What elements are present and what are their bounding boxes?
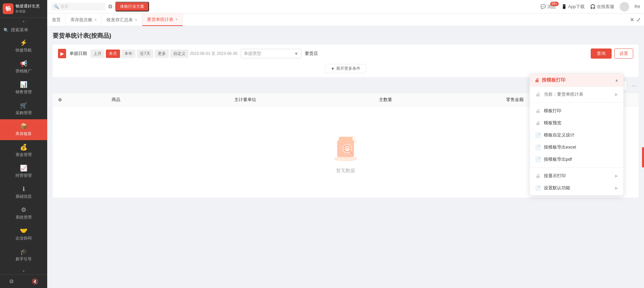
- tab-close-receivables[interactable]: ×: [135, 18, 137, 22]
- sidebar-item-marketing[interactable]: 📢 营销推广: [0, 57, 47, 77]
- empty-text: 暂无数据: [336, 168, 355, 174]
- tab-order-stats[interactable]: 要货单统计表 ×: [142, 13, 183, 26]
- main-content: 🔍 搜索 ⚙ 体验行业方案 💬 消息 99+ 📱 App下载 🎧 在线客服 Ri…: [47, 0, 644, 288]
- sidebar-item-system[interactable]: ⚙ 系统管理: [0, 203, 47, 224]
- system-icon: ⚙: [21, 206, 26, 214]
- template-print-label: 模板打印: [544, 108, 561, 114]
- dropdown-item-template-preview[interactable]: 🖨 模板预览: [530, 117, 623, 129]
- sidebar-item-basic-info[interactable]: ℹ 基础信息: [0, 182, 47, 203]
- settings-btn[interactable]: 设置: [614, 49, 633, 59]
- settings-icon[interactable]: ⚙: [9, 278, 14, 285]
- basic-info-icon: ℹ: [23, 185, 25, 193]
- sidebar-item-inventory[interactable]: 📦 库存核算: [0, 119, 47, 140]
- quick-nav-icon: ⚡: [20, 39, 27, 46]
- scroll-indicator: [642, 147, 644, 167]
- display-print-icon: 🖨: [535, 173, 540, 179]
- sidebar-search-btn[interactable]: 🔍 搜索菜单: [0, 24, 47, 36]
- app-name: 畅捷通好生意: [16, 4, 40, 9]
- messages-btn[interactable]: 💬 消息 99+: [540, 4, 556, 10]
- order-type-select[interactable]: 单据类型 ▼: [241, 49, 301, 58]
- cooperation-icon: 🤝: [20, 227, 27, 234]
- date-btn-7days[interactable]: 近7天: [137, 50, 153, 58]
- sidebar-item-purchase[interactable]: 🛒 采购管理: [0, 98, 47, 119]
- tab-home[interactable]: 首页: [47, 13, 66, 26]
- user-avatar[interactable]: [620, 2, 629, 11]
- topbar-gear-icon[interactable]: ⚙: [108, 3, 113, 10]
- marketing-icon: 📢: [20, 60, 27, 67]
- export-pdf-icon: 📄: [535, 157, 540, 162]
- search-icon: 🔍: [54, 4, 59, 9]
- set-default-label: 设置默认功能: [544, 185, 570, 191]
- expand-more-label: 展开更多条件: [336, 66, 360, 71]
- sidebar-item-label: 快捷导航: [16, 47, 32, 53]
- messages-badge: 99+: [550, 2, 559, 6]
- sidebar: 畅 畅捷通好生意 标准版 ▲ 🔍 搜索菜单 ⚡ 快捷导航 📢 营销推广 📊 销售…: [0, 0, 47, 288]
- tab-maximize-icon[interactable]: ⤢: [636, 17, 641, 23]
- template-preview-icon: 🖨: [535, 120, 540, 126]
- app-download-btn[interactable]: 📱 App下载: [561, 4, 585, 10]
- sidebar-item-label: 基础信息: [16, 194, 32, 199]
- sales-icon: 📊: [20, 81, 27, 88]
- svg-line-6: [353, 138, 355, 140]
- current-item-arrow: ▶: [615, 92, 618, 97]
- current-item-icon: 🖨: [535, 92, 540, 97]
- online-service-btn[interactable]: 🎧 在线客服: [590, 4, 614, 10]
- sidebar-item-newguide[interactable]: 🎓 新手引导: [0, 245, 47, 265]
- set-default-icon: 📄: [535, 185, 540, 191]
- date-btn-custom[interactable]: 自定义: [170, 50, 188, 58]
- date-btn-last-month[interactable]: 上月: [90, 50, 105, 58]
- date-btn-more[interactable]: 更多: [155, 50, 169, 58]
- col-quantity: 主数量: [326, 93, 445, 106]
- dropdown-print-icon: 🖨: [534, 77, 539, 83]
- tab-inventory-batch[interactable]: 库存批次账 ×: [66, 13, 102, 26]
- sidebar-scroll-up[interactable]: ▲: [0, 18, 47, 24]
- mute-icon[interactable]: 🔇: [32, 278, 38, 285]
- select-arrow-icon: ▼: [294, 51, 298, 56]
- topbar-search[interactable]: 🔍 搜索: [51, 3, 105, 10]
- query-btn[interactable]: 查询: [591, 49, 612, 59]
- tab-close-all-icon[interactable]: ✕: [630, 17, 634, 23]
- app-version: 标准版: [16, 9, 40, 14]
- dropdown-current-section: 🖨 当前：要货单统计表 ▶: [530, 87, 623, 102]
- sidebar-item-cooperation[interactable]: 🤝 企业协同: [0, 224, 47, 245]
- dropdown-up-icon[interactable]: ▲: [615, 78, 619, 83]
- sidebar-item-label: 系统管理: [16, 215, 32, 220]
- app-download-label: App下载: [568, 4, 585, 10]
- tab-receivables-summary[interactable]: 收发存汇总表 ×: [102, 13, 142, 26]
- tab-close-order-stats[interactable]: ×: [175, 17, 178, 22]
- dropdown-title: 🖨 按模板打印: [534, 77, 565, 83]
- more-actions-icon[interactable]: ···: [630, 82, 639, 89]
- dropdown-set-default[interactable]: 📄 设置默认功能 ▶: [530, 182, 623, 194]
- template-custom-label: 模板自定义设计: [544, 132, 575, 138]
- dropdown-display-print[interactable]: 🖨 按显示打印 ▶: [530, 170, 623, 182]
- sidebar-item-label: 销售管理: [16, 89, 32, 95]
- sidebar-item-app-center[interactable]: 🔲 应用中心: [0, 265, 47, 268]
- date-btn-this-year[interactable]: 本年: [121, 50, 136, 58]
- tab-close-inventory-batch[interactable]: ×: [94, 18, 97, 22]
- sidebar-item-finance[interactable]: 💰 资金管理: [0, 140, 47, 161]
- filter-expand-arrow[interactable]: ▶: [58, 49, 66, 58]
- dropdown-item-template-print[interactable]: 🖨 模板打印: [530, 105, 623, 117]
- search-icon: 🔍: [3, 28, 9, 33]
- svg-rect-2: [339, 137, 352, 142]
- expand-more-btn[interactable]: ▼ 展开更多条件: [325, 64, 366, 73]
- sidebar-item-operations[interactable]: 📈 经营管理: [0, 161, 47, 182]
- sidebar-scroll-down[interactable]: ▼: [0, 268, 47, 275]
- dropdown-item-template-custom[interactable]: 📄 模板自定义设计: [530, 129, 623, 141]
- filter-actions: 查询 设置: [591, 49, 633, 59]
- inventory-icon: 📦: [20, 123, 27, 130]
- trial-btn[interactable]: 体验行业方案: [115, 2, 149, 11]
- date-filter-label: 单据日期: [69, 51, 87, 57]
- sidebar-item-label: 经营管理: [16, 173, 32, 179]
- dropdown-item-export-pdf[interactable]: 📄 按模板导出pdf: [530, 153, 623, 165]
- date-range-display: 2023-06-01 至 2023-06-30: [190, 51, 237, 57]
- table-settings-icon[interactable]: ⚙: [58, 97, 62, 102]
- page-title: 要货单统计表(按商品): [53, 32, 639, 40]
- sidebar-bottom: ⚙ 🔇: [0, 275, 47, 288]
- sidebar-item-sales[interactable]: 📊 销售管理: [0, 77, 47, 98]
- logo-icon: 畅: [3, 3, 13, 14]
- dropdown-item-export-excel[interactable]: 📄 按模板导出excel: [530, 141, 623, 153]
- sidebar-item-quick-nav[interactable]: ⚡ 快捷导航: [0, 36, 47, 57]
- date-btn-this-month[interactable]: 本月: [106, 50, 120, 58]
- dropdown-current-item[interactable]: 🖨 当前：要货单统计表 ▶: [530, 88, 623, 100]
